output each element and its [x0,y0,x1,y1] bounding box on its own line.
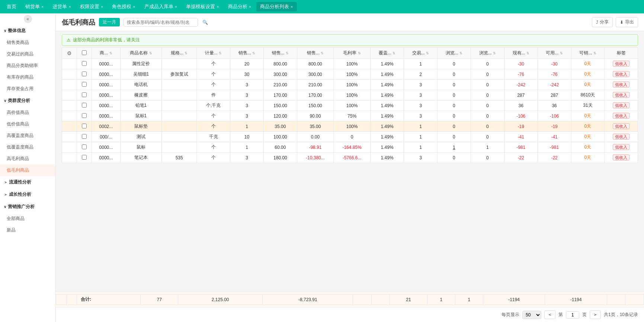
sidebar-item-high-coverage[interactable]: 高覆盖度商品 [0,130,55,141]
row-checkbox-8[interactable] [77,142,92,153]
row-select-7[interactable] [82,134,87,139]
sidebar-item-traded-goods[interactable]: 交易过的商品 [0,48,55,60]
nav-purchase-order[interactable]: 进货单 × [49,2,74,12]
export-button[interactable]: ⬇ 导出 [616,17,638,27]
search-icon[interactable]: 🔍 [202,20,208,25]
row-tag-5: 低收入 [605,111,638,121]
select-all-checkbox[interactable] [82,50,87,55]
page-size-select[interactable]: 10 20 50 100 [522,311,541,319]
sidebar-collapse-btn[interactable]: « [24,15,32,23]
row-code-2: 0000... [92,80,121,90]
row-select-4[interactable] [82,103,87,108]
nav-product-analysis-list[interactable]: 商品分析列表 × [256,2,297,12]
row-checkbox-1[interactable] [77,69,92,80]
col-code[interactable]: 商... ⇅ [92,48,121,59]
row-sellable-days-2: 0天 [571,80,605,90]
sidebar-item-new-goods[interactable]: 新品 [0,224,55,236]
nav-product-analysis[interactable]: 商品分析 × [224,2,255,12]
time-filter-button[interactable]: 近一月 [99,18,120,26]
sidebar-group-overall[interactable]: ∨ 整体信息 [0,25,55,37]
nav-close-permission-settings[interactable]: × [101,4,103,9]
nav-home[interactable]: 首页 [3,2,20,12]
row-select-3[interactable] [82,92,87,97]
sidebar-item-category-sales-rate[interactable]: 商品分类助销率 [0,60,55,71]
sidebar-group-marketing[interactable]: ∨ 营销推广分析 [0,201,55,213]
sidebar-item-low-margin[interactable]: 低毛利商品 [0,165,55,176]
sidebar-item-in-stock-goods[interactable]: 有库存的商品 [0,71,55,83]
nav-role-auth[interactable]: 角色授权 × [108,2,139,12]
sidebar-item-low-coverage[interactable]: 低覆盖度商品 [0,141,55,153]
nav-permission-settings[interactable]: 权限设置 × [76,2,107,12]
row-select-0[interactable] [82,61,87,66]
row-name-8: 鼠标 [120,142,161,153]
col-browse1[interactable]: 浏览... ⇅ [437,48,471,59]
col-browse2[interactable]: 浏览... ⇅ [471,48,504,59]
page-title: 低毛利商品 [62,18,95,27]
nav-template-settings[interactable]: 单据模板设置 × [182,2,222,12]
row-checkbox-2[interactable] [77,80,92,90]
sidebar-item-all-goods[interactable]: 全部商品 [0,213,55,224]
sidebar-group-cluster[interactable]: ∨ 类群度分析 [0,95,55,107]
sidebar-item-high-value[interactable]: 高价值商品 [0,107,55,118]
sidebar-item-high-margin[interactable]: 高毛利商品 [0,153,55,165]
nav-sales-order[interactable]: 销货单 × [22,2,47,12]
col-coverage[interactable]: 覆盖... ⇅ [371,48,404,59]
sidebar-item-low-value[interactable]: 低价值商品 [0,118,55,130]
share-button[interactable]: ⤴ 分享 [592,17,613,27]
col-sales-amount[interactable]: 销售... ⇅ [263,48,297,59]
col-transactions[interactable]: 交易... ⇅ [404,48,438,59]
col-name[interactable]: 商品名称 ⇅ [120,48,161,59]
nav-product-inbound[interactable]: 产成品入库单 × [141,2,181,12]
header-actions: ⤴ 分享 ⬇ 导出 [592,17,638,27]
col-sellable-days[interactable]: 可销... ⇅ [571,48,605,59]
page-size-label: 每页显示 [502,312,519,318]
row-select-2[interactable] [82,82,87,87]
sort-icon-name: ⇅ [149,51,152,55]
row-sellable-days-3: 8610天 [571,90,605,101]
prev-page-button[interactable]: ＜ [544,310,555,319]
col-unit[interactable]: 计量... ⇅ [197,48,230,59]
nav-close-template-settings[interactable]: × [217,4,219,9]
row-select-5[interactable] [82,113,87,118]
row-select-8[interactable] [82,144,87,149]
row-checkbox-4[interactable] [77,101,92,111]
nav-close-sales-order[interactable]: × [41,4,44,9]
row-select-6[interactable] [82,124,87,128]
row-checkbox-5[interactable] [77,111,92,121]
row-unit-7: 千克 [197,132,230,142]
row-browse2-4: 0 [471,101,504,111]
nav-close-role-auth[interactable]: × [133,4,135,9]
row-checkbox-9[interactable] [77,153,92,163]
row-settings-5 [62,111,77,121]
col-spec[interactable]: 规格... ⇅ [162,48,197,59]
settings-icon[interactable]: ⚙ [67,50,72,56]
row-select-1[interactable] [82,71,87,76]
row-browse1-8[interactable]: 1 [437,142,471,153]
nav-close-product-analysis[interactable]: × [249,4,251,9]
tag-badge-3: 低收入 [613,92,629,98]
col-settings[interactable]: ⚙ [62,48,77,59]
row-available-0: -30 [538,59,571,69]
col-sales-profit[interactable]: 销售... ⇅ [297,48,333,59]
col-available[interactable]: 可用... ⇅ [538,48,571,59]
page-number-input[interactable] [566,311,579,319]
search-input[interactable] [124,18,198,27]
nav-close-purchase-order[interactable]: × [68,4,71,9]
sidebar-item-sales-goods[interactable]: 销售类商品 [0,37,55,48]
sort-icon-browse1: ⇅ [459,51,462,55]
nav-close-product-analysis-list[interactable]: × [291,4,293,9]
sidebar-item-stock-funds[interactable]: 库存资金占用 [0,83,55,95]
sidebar-group-circulation[interactable]: ＞ 流通性分析 [0,176,55,188]
row-select-9[interactable] [82,155,87,160]
row-checkbox-6[interactable] [77,121,92,132]
row-checkbox-0[interactable] [77,59,92,69]
col-sales-qty[interactable]: 销售... ⇅ [230,48,264,59]
next-page-button[interactable]: ＞ [590,310,601,319]
sidebar-group-growth[interactable]: ＞ 成长性分析 [0,188,55,201]
col-gross-rate[interactable]: 毛利率 ⇅ [333,48,370,59]
nav-close-product-inbound[interactable]: × [175,4,177,9]
row-checkbox-3[interactable] [77,90,92,101]
row-sales-qty-5: 3 [230,111,264,121]
col-current-stock[interactable]: 现有... ⇅ [504,48,538,59]
row-checkbox-7[interactable] [77,132,92,142]
